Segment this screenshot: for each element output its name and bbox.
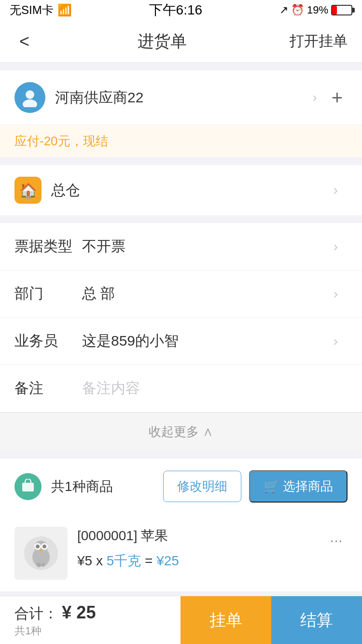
warehouse-card: 🏠 总仓 › xyxy=(0,165,362,215)
remark-row[interactable]: 备注 备注内容 xyxy=(0,365,362,412)
wifi-icon: 📶 xyxy=(57,3,72,17)
product-code: [0000001] xyxy=(77,528,138,543)
products-count: 共1种商品 xyxy=(51,477,163,496)
remark-label: 备注 xyxy=(14,378,72,398)
select-product-icon: 🛒 xyxy=(264,479,279,494)
invoice-label: 票据类型 xyxy=(14,237,72,256)
supplier-chevron-icon: › xyxy=(312,90,317,105)
edit-details-button[interactable]: 修改明细 xyxy=(163,471,241,502)
svg-text:馨牛: 馨牛 xyxy=(36,562,46,568)
invoice-value: 不开票 xyxy=(72,237,334,256)
product-info: [0000001] 苹果 ¥5 x 5千克 = ¥25 xyxy=(77,527,325,570)
alarm-icon: ⏰ xyxy=(291,4,304,16)
settle-button[interactable]: 结算 xyxy=(271,596,362,644)
svg-point-0 xyxy=(26,90,34,99)
form-card: 票据类型 不开票 › 部门 总 部 › 业务员 这是859的小智 › 备注 备注… xyxy=(0,223,362,451)
battery-icon xyxy=(331,5,352,15)
product-item: 馨牛 [0000001] 苹果 ¥5 x 5千克 = ¥25 ··· xyxy=(0,515,362,591)
product-price: ¥5 x 5千克 = ¥25 xyxy=(77,552,325,570)
status-bar: 无SIM卡 📶 下午6:16 ↗ ⏰ 19% xyxy=(0,0,362,20)
collapse-bar[interactable]: 收起更多 ∧ xyxy=(0,412,362,451)
back-button[interactable]: < xyxy=(14,27,34,56)
supplier-avatar xyxy=(14,82,45,113)
total-sub: 共1种 xyxy=(14,624,166,638)
add-supplier-button[interactable]: + xyxy=(327,87,348,109)
nav-bar: < 进货单 打开挂单 xyxy=(0,20,362,63)
svg-rect-2 xyxy=(22,483,34,491)
select-product-button[interactable]: 🛒 选择商品 xyxy=(249,470,348,503)
total-label: 合计： xyxy=(14,605,58,621)
invoice-chevron-icon: › xyxy=(334,239,338,254)
svg-point-8 xyxy=(36,545,40,548)
salesperson-value: 这是859的小智 xyxy=(72,331,334,351)
select-product-label: 选择商品 xyxy=(283,478,333,495)
department-value: 总 部 xyxy=(72,284,334,304)
salesperson-label: 业务员 xyxy=(14,331,72,351)
product-total: ¥25 xyxy=(156,553,179,568)
footer-total: 合计： ¥ 25 共1种 xyxy=(0,596,181,644)
salesperson-chevron-icon: › xyxy=(334,334,338,349)
product-equals: = xyxy=(145,553,156,568)
supplier-name: 河南供应商22 xyxy=(55,88,312,108)
open-hang-button[interactable]: 打开挂单 xyxy=(290,31,348,51)
total-main: 合计： ¥ 25 xyxy=(14,602,166,624)
products-card: 共1种商品 修改明细 🛒 选择商品 xyxy=(0,459,362,591)
products-header: 共1种商品 修改明细 🛒 选择商品 xyxy=(0,459,362,514)
warning-banner: 应付-20元，现结 xyxy=(0,125,362,157)
status-left: 无SIM卡 📶 xyxy=(10,2,72,18)
product-quantity: 5千克 xyxy=(107,553,141,568)
main-content: 河南供应商22 › + 应付-20元，现结 🏠 总仓 › 票据类型 不开票 › … xyxy=(0,70,362,644)
product-more-button[interactable]: ··· xyxy=(325,527,348,554)
carrier-text: 无SIM卡 xyxy=(10,2,54,18)
svg-point-1 xyxy=(23,99,37,107)
svg-point-9 xyxy=(42,545,46,548)
warehouse-row[interactable]: 🏠 总仓 › xyxy=(0,165,362,215)
location-icon: ↗ xyxy=(279,4,288,16)
warehouse-name: 总仓 xyxy=(51,181,334,200)
products-icon xyxy=(14,473,42,500)
department-row[interactable]: 部门 总 部 › xyxy=(0,270,362,318)
product-name: [0000001] 苹果 xyxy=(77,527,325,545)
supplier-card: 河南供应商22 › + 应付-20元，现结 xyxy=(0,70,362,157)
product-name-text: 苹果 xyxy=(141,528,168,543)
hang-button[interactable]: 挂单 xyxy=(181,596,271,644)
invoice-row[interactable]: 票据类型 不开票 › xyxy=(0,223,362,270)
warehouse-chevron-icon: › xyxy=(334,182,338,198)
battery-percentage: 19% xyxy=(307,4,328,16)
remark-input[interactable]: 备注内容 xyxy=(72,378,348,398)
product-unit-price: ¥5 xyxy=(77,553,92,568)
warehouse-icon: 🏠 xyxy=(14,177,42,204)
status-right: ↗ ⏰ 19% xyxy=(279,4,352,16)
product-multiply: x xyxy=(96,553,107,568)
salesperson-row[interactable]: 业务员 这是859的小智 › xyxy=(0,318,362,365)
product-thumbnail: 馨牛 xyxy=(14,527,68,580)
status-time: 下午6:16 xyxy=(149,1,203,19)
department-label: 部门 xyxy=(14,284,72,304)
supplier-row[interactable]: 河南供应商22 › + xyxy=(0,70,362,125)
department-chevron-icon: › xyxy=(334,286,338,302)
total-amount: ¥ 25 xyxy=(62,602,96,622)
footer: 合计： ¥ 25 共1种 挂单 结算 xyxy=(0,596,362,644)
page-title: 进货单 xyxy=(138,30,187,53)
